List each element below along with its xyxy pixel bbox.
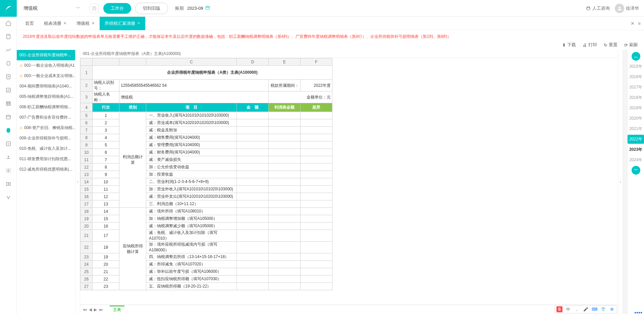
svg-rect-3: [206, 6, 209, 9]
ime-lang[interactable]: 中: [565, 306, 571, 312]
year-2022年[interactable]: 2022年: [628, 135, 644, 144]
chevron-down-icon: ﹀: [76, 5, 80, 11]
notes-button[interactable]: [89, 3, 99, 13]
spreadsheet-grid[interactable]: CDEF1企业所得税年度纳税申报表（A类）主表(A100000)2纳税人识别号：…: [80, 58, 618, 305]
nav-abacus-icon[interactable]: [5, 100, 12, 107]
svg-rect-19: [6, 115, 10, 119]
sheet-last-icon[interactable]: ⏭: [99, 307, 103, 312]
nav-tax-icon[interactable]: [5, 127, 12, 134]
refresh-button[interactable]: ⟳刷新: [624, 42, 638, 48]
tab-增值税[interactable]: 增值税✕: [71, 17, 100, 30]
nav-doc-icon[interactable]: [5, 33, 12, 40]
calendar-icon[interactable]: [205, 5, 210, 11]
form-item[interactable]: 006-职工薪酬纳税调整明细...: [17, 102, 75, 112]
tab-bar: 首页税表清册✕增值税✕所得税汇算清缴✕ ✕ ≡: [17, 17, 644, 30]
nav-v-icon[interactable]: [5, 194, 12, 201]
print-button[interactable]: 🖨打印: [583, 42, 597, 48]
right-scrollbar[interactable]: [623, 50, 627, 314]
year-2015年[interactable]: 2015年: [628, 62, 644, 71]
workspace-button[interactable]: 工作台: [103, 3, 131, 14]
form-item[interactable]: ⚠002-一般企业收入明细表(A1...: [17, 60, 75, 71]
close-all-icon[interactable]: ✕: [631, 21, 635, 26]
app-logo[interactable]: [0, 0, 17, 17]
switch-old-button[interactable]: 切到旧版: [135, 3, 168, 14]
sheet-prev-icon[interactable]: ◀: [89, 307, 92, 312]
form-item[interactable]: ⚠003-一般企业成本支出明细...: [17, 71, 75, 81]
svg-point-8: [619, 6, 620, 8]
scroll-up-icon[interactable]: ︽: [632, 52, 640, 61]
ime-keyboard-icon[interactable]: ⌨: [591, 306, 597, 312]
user-menu[interactable]: 徐泽华: [615, 4, 639, 13]
nav-chart-icon[interactable]: [5, 46, 12, 54]
year-2019年[interactable]: 2019年: [628, 104, 644, 113]
warning-icon: ⚠: [19, 63, 23, 68]
year-2017年[interactable]: 2017年: [628, 83, 644, 92]
nav-archive-icon[interactable]: [5, 140, 12, 147]
nav-form-icon[interactable]: [5, 73, 12, 80]
year-2018年[interactable]: 2018年: [628, 93, 644, 102]
close-icon[interactable]: ✕: [137, 21, 140, 25]
tab-所得税汇算清缴[interactable]: 所得税汇算清缴✕: [100, 17, 145, 30]
nav-settings-icon[interactable]: [5, 167, 12, 174]
nav-upload-icon[interactable]: [5, 153, 12, 161]
sheet-tab-main[interactable]: 主表: [110, 306, 124, 313]
year-2020年[interactable]: 2020年: [628, 114, 644, 123]
svg-point-23: [7, 170, 9, 172]
year-rail: ︽ 2015年2016年2017年2018年2019年2020年2021年202…: [627, 50, 644, 314]
period-value[interactable]: 2023-09: [187, 6, 203, 11]
forms-sidebar: 001-企业所得税年度纳税申...⚠002-一般企业收入明细表(A1...⚠00…: [17, 50, 75, 314]
ime-tools-icon[interactable]: ⚙: [609, 306, 615, 312]
nav-check-icon[interactable]: [5, 86, 12, 94]
svg-rect-15: [6, 102, 10, 106]
warning-notice: 2019年度涉及取以前年度结转数据的申报表单元格需要手工维护正确，才能保证本年及…: [17, 30, 644, 42]
download-button[interactable]: ⬇下载: [562, 42, 576, 48]
warning-icon: ⚠: [19, 74, 23, 78]
close-icon[interactable]: ✕: [63, 21, 66, 25]
form-item[interactable]: ⚠008-资产折旧、摊销及纳税...: [17, 123, 75, 133]
tab-menu-icon[interactable]: ≡: [638, 21, 641, 26]
company-selector[interactable]: 增值税 ﹀: [17, 5, 87, 11]
left-nav: [0, 17, 17, 314]
form-item[interactable]: 012-减免所得税优惠明细表(...: [17, 164, 75, 175]
svg-marker-25: [8, 184, 9, 185]
form-item[interactable]: 011-研发费用加计扣除优惠...: [17, 154, 75, 164]
ime-voice-icon[interactable]: 🎤: [583, 306, 589, 312]
ime-logo-icon: S: [556, 306, 562, 312]
nav-home-icon[interactable]: [5, 19, 12, 27]
sheet-breadcrumb: 001-企业所得税年度纳税申报表（A类）主表(A100000): [80, 50, 618, 58]
sheet-first-icon[interactable]: ⏮: [83, 307, 87, 312]
ime-skin-icon[interactable]: 👕: [600, 306, 606, 312]
period-label: 账期: [175, 5, 184, 11]
collapse-sidebar-handle[interactable]: ‹: [75, 50, 80, 314]
form-item[interactable]: 001-企业所得税年度纳税申...: [17, 50, 75, 60]
nav-money-icon[interactable]: [5, 60, 12, 67]
year-2023年[interactable]: 2023年: [628, 145, 644, 154]
year-2024年[interactable]: 2024年: [628, 155, 644, 165]
ime-toolbar[interactable]: S 中 ， 🎤 ⌨ 👕 ⚙: [554, 305, 617, 313]
svg-rect-9: [6, 34, 10, 39]
expand-right-handle[interactable]: ›: [618, 50, 623, 314]
nav-calendar-icon[interactable]: [5, 113, 12, 121]
close-icon[interactable]: ✕: [92, 21, 95, 25]
company-name: 增值税: [23, 5, 38, 11]
form-item[interactable]: 010-免税、减计收入及加计...: [17, 143, 75, 154]
reset-button[interactable]: ↻重置: [604, 42, 618, 48]
window-resize-handle[interactable]: [635, 312, 642, 313]
sheet-next-icon[interactable]: ▶: [94, 307, 97, 312]
form-item[interactable]: 005-纳税调整项目明细表(A1...: [17, 91, 75, 102]
tab-首页[interactable]: 首页: [20, 17, 39, 30]
year-2016年[interactable]: 2016年: [628, 72, 644, 81]
form-item[interactable]: 004-期间费用明细表(A1040...: [17, 81, 75, 91]
svg-rect-14: [6, 88, 10, 92]
ime-punct-icon[interactable]: ，: [574, 306, 580, 312]
consult-button[interactable]: 人工咨询: [586, 5, 610, 11]
scroll-down-icon[interactable]: ︾: [632, 166, 640, 175]
tab-税表清册[interactable]: 税表清册✕: [39, 17, 71, 30]
warning-icon: ⚠: [19, 126, 23, 130]
avatar: [615, 4, 624, 13]
form-item[interactable]: 007-广告费和业务宣传费跨...: [17, 112, 75, 123]
form-item[interactable]: 009-企业所得税弥补亏损明...: [17, 133, 75, 143]
year-2021年[interactable]: 2021年: [628, 124, 644, 133]
nav-video-icon[interactable]: [5, 180, 12, 188]
svg-rect-21: [6, 142, 10, 146]
